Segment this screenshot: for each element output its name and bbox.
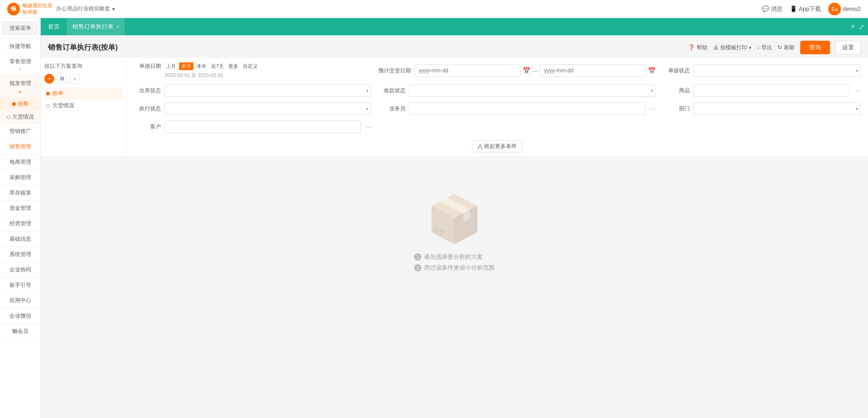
sidebar-item-guide[interactable]: 新手引导: [0, 278, 40, 293]
system-label: 系统管理: [9, 251, 31, 258]
payment-status-select[interactable]: [409, 84, 656, 97]
filter-fields: 单据日期 上月 本月 本年 近7天 更多 自定义: [127, 58, 868, 156]
tab-current[interactable]: 销售订单执行表 ×: [67, 18, 125, 35]
sidebar-ecommerce-section: 电商管理: [0, 155, 40, 170]
scheme-item-order[interactable]: 按单: [44, 87, 123, 100]
message-icon: 💬: [762, 5, 769, 12]
scheme-dot: [46, 104, 50, 108]
collapse-filter-button[interactable]: ⋀ 收起更多条件: [472, 140, 523, 152]
refresh-icon: ↻: [778, 44, 782, 51]
tab-home[interactable]: 首页: [41, 18, 67, 35]
sidebar-wechat-section: 企业微信: [0, 309, 40, 324]
page-actions: ❓ 帮助 🖨 按模板打印 ▾ ↓ 导出: [688, 41, 861, 54]
filter-row-2: 出库状态 ▾ 收款状态: [134, 84, 861, 97]
product-label: 商品: [663, 87, 690, 95]
sidebar-item-purchase[interactable]: 采购管理: [0, 170, 40, 185]
customer-dots[interactable]: ···: [366, 123, 372, 130]
date-tab-more[interactable]: 更多: [227, 62, 240, 70]
help-button[interactable]: ❓ 帮助: [688, 44, 708, 52]
sidebar-collab-section: 企业协同: [0, 262, 40, 278]
product-field: 商品 ···: [663, 84, 861, 97]
message-button[interactable]: 💬 消息: [762, 5, 783, 13]
tab-bar: 首页 销售订单执行表 × × ⤢: [41, 18, 868, 35]
sidebar-sales-section: 销售管理: [0, 139, 40, 155]
sidebar-item-system[interactable]: 系统管理: [0, 247, 40, 262]
sidebar-sub-item-order[interactable]: 按单: [0, 97, 40, 110]
collab-label: 企业协同: [9, 266, 31, 274]
salesperson-input[interactable]: [409, 102, 645, 115]
customer-field: 客户 ···: [134, 120, 371, 133]
collapse-sidebar-button[interactable]: «: [70, 74, 80, 84]
empty-tips: 1 请先选择要分析的方案 2 用过滤条件来缩小分析范围: [414, 253, 495, 275]
tab-close-button[interactable]: ×: [116, 24, 119, 30]
chevron-icon: ▾: [19, 67, 21, 72]
sidebar-item-appcenter[interactable]: 应用中心: [0, 293, 40, 308]
sidebar-shortcut-section: 快捷导航: [0, 39, 40, 54]
scheme-item-debt[interactable]: 欠货情况: [44, 100, 123, 112]
sidebar-member-section: 畅会员: [0, 324, 40, 339]
delivery-status-select[interactable]: [165, 84, 371, 97]
sidebar-sub-item-debt[interactable]: 欠货情况: [0, 110, 40, 124]
collapse-icon: ⋀: [478, 143, 482, 150]
dept-select[interactable]: [693, 102, 861, 115]
sidebar: 搜索菜单 快捷导航 零售管理 ▾ 批发管理 ▴: [0, 18, 41, 418]
page-content: 销售订单执行表(按单) ❓ 帮助 🖨 按模板打印 ▾: [41, 35, 868, 418]
settings-scheme-button[interactable]: ⚙: [57, 74, 67, 84]
date-tab-last-month[interactable]: 上月: [165, 62, 177, 70]
app-download-button[interactable]: 📱 App下载: [790, 5, 821, 13]
product-dots[interactable]: ···: [855, 87, 861, 94]
refresh-button[interactable]: ↻ 刷新: [778, 44, 795, 52]
sidebar-item-ecommerce[interactable]: 电商管理: [0, 155, 40, 170]
add-scheme-button[interactable]: +: [44, 74, 54, 84]
sidebar-item-finance[interactable]: 资金管理: [0, 201, 40, 216]
customer-input[interactable]: [165, 120, 361, 133]
sidebar-search-button[interactable]: 搜索菜单: [3, 22, 38, 35]
logo-text: 畅捷通好生意 标准版: [23, 3, 52, 14]
filter-scheme-sidebar: 按以下方案查询 + ⚙ « 按单: [41, 58, 127, 156]
product-input[interactable]: [693, 84, 850, 97]
sidebar-item-wechat[interactable]: 企业微信: [0, 309, 40, 323]
date-field-group: 单据日期 上月 本月 本年 近7天 更多 自定义: [134, 62, 371, 79]
doc-status-select-wrap: ▾: [693, 64, 861, 77]
settings-button[interactable]: 设置: [835, 41, 861, 54]
tab-close-window-button[interactable]: ×: [851, 23, 855, 31]
tab-maximize-button[interactable]: ⤢: [859, 23, 864, 31]
date-tab-7days[interactable]: 近7天: [210, 62, 225, 70]
sidebar-item-member[interactable]: 畅会员: [0, 324, 40, 339]
date-tab-custom[interactable]: 自定义: [241, 62, 259, 70]
date-tab-this-month[interactable]: 本月: [179, 62, 193, 70]
page-header: 销售订单执行表(按单) ❓ 帮助 🖨 按模板打印 ▾: [41, 35, 868, 54]
expected-date-end[interactable]: [540, 64, 646, 77]
export-button[interactable]: ↓ 导出: [757, 44, 772, 52]
filter-row-3: 执行状态 ▾ 业务员: [134, 102, 861, 115]
salesperson-dots[interactable]: ···: [651, 105, 656, 112]
delivery-status-field: 出库状态 ▾: [134, 84, 371, 97]
basic-label: 基础信息: [9, 235, 31, 243]
user-profile[interactable]: Ea demo2: [828, 3, 861, 15]
tab-actions: × ⤢: [851, 23, 868, 31]
query-button[interactable]: 查询: [800, 41, 830, 54]
sidebar-item-sales[interactable]: 销售管理: [0, 139, 40, 154]
doc-status-label: 单据状态: [663, 67, 690, 75]
export-icon: ↓: [757, 44, 760, 51]
sidebar-system-section: 系统管理: [0, 247, 40, 262]
exec-status-select[interactable]: [165, 102, 371, 115]
sidebar-basic-section: 基础信息: [0, 232, 40, 247]
sidebar-item-marketing[interactable]: 营销推广: [0, 124, 40, 139]
sidebar-item-operations[interactable]: 经营管理: [0, 216, 40, 231]
print-button[interactable]: 🖨 按模板打印 ▾: [713, 44, 751, 52]
expected-date-start[interactable]: [415, 64, 521, 77]
sidebar-item-collab[interactable]: 企业协同: [0, 262, 40, 277]
sidebar-item-shortcut[interactable]: 快捷导航: [0, 39, 40, 54]
date-tab-this-year[interactable]: 本年: [195, 62, 208, 70]
sidebar-finance-section: 资金管理: [0, 201, 40, 216]
sidebar-search-section: 搜索菜单: [0, 18, 40, 39]
content-area: 销售订单执行表(按单) ❓ 帮助 🖨 按模板打印 ▾: [41, 35, 868, 418]
sidebar-item-inventory[interactable]: 库存核算: [0, 185, 40, 200]
sidebar-item-basic[interactable]: 基础信息: [0, 232, 40, 247]
doc-status-select[interactable]: [693, 64, 861, 77]
delivery-status-wrap: ▾: [165, 84, 371, 97]
sidebar-item-retail[interactable]: 零售管理 ▾: [0, 54, 40, 76]
sidebar-item-wholesale[interactable]: 批发管理 ▴: [0, 76, 40, 97]
page-title: 销售订单执行表(按单): [48, 43, 118, 52]
